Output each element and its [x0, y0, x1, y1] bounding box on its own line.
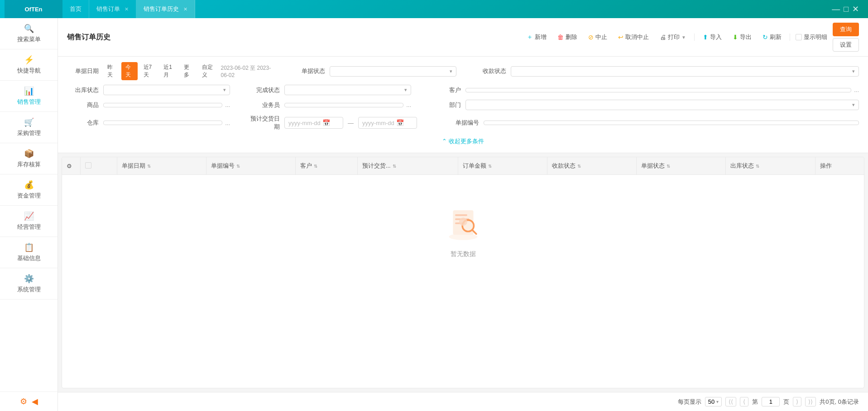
delivery-date-start[interactable]: yyyy-mm-dd 📅: [284, 117, 343, 129]
th-number-sort-icon: ⇅: [236, 164, 240, 169]
th-amount-sort[interactable]: 订单金额 ⇅: [463, 162, 542, 170]
goods-input[interactable]: [103, 103, 222, 107]
doc-number-input[interactable]: [484, 121, 859, 125]
th-number-sort[interactable]: 单据编号 ⇅: [211, 162, 291, 170]
th-payment-sort[interactable]: 收款状态 ⇅: [552, 162, 632, 170]
query-button[interactable]: 查询: [833, 23, 859, 36]
refresh-button[interactable]: ↻ 刷新: [760, 31, 784, 43]
th-checkbox-col: [80, 157, 117, 175]
status-select[interactable]: ▾: [330, 66, 456, 77]
first-page-button[interactable]: ⟨⟨: [725, 397, 736, 406]
cancel-stop-button[interactable]: ↩ 取消中止: [615, 31, 652, 43]
maximize-icon[interactable]: □: [844, 5, 849, 14]
th-out-status: 出库状态 ⇅: [726, 157, 815, 175]
sidebar-item-basic[interactable]: 📋 基础信息: [0, 237, 58, 268]
delete-button[interactable]: 🗑 删除: [555, 31, 580, 43]
date-btn-custom[interactable]: 自定义: [198, 62, 218, 80]
th-doc-status-label: 单据状态: [641, 162, 665, 170]
top-tab-bar: OfTEn 首页 销售订单 ✕ 销售订单历史 ✕ — □ ✕: [0, 0, 868, 18]
new-button[interactable]: ＋ 新增: [524, 31, 549, 43]
tab-sales-order-history[interactable]: 销售订单历史 ✕: [136, 0, 195, 18]
th-number-label: 单据编号: [211, 162, 235, 170]
setting-button[interactable]: 设置: [833, 38, 859, 52]
date-btn-today[interactable]: 今天: [121, 62, 138, 80]
content-area: 销售订单历史 ＋ 新增 🗑 删除 ⊘ 中止 ↩: [58, 18, 868, 411]
status-filter-control: ▾: [330, 66, 456, 77]
search-menu-icon: 🔍: [24, 24, 34, 34]
minimize-icon[interactable]: —: [832, 5, 840, 14]
sidebar-item-purchase-label: 采购管理: [17, 129, 41, 137]
sidebar-item-quick-nav[interactable]: ⚡ 快捷导航: [0, 49, 58, 81]
th-out-status-sort[interactable]: 出库状态 ⇅: [730, 162, 810, 170]
warehouse-dots[interactable]: ...: [225, 120, 230, 126]
export-button[interactable]: ⬇ 导出: [730, 31, 754, 43]
stop-button[interactable]: ⊘ 中止: [585, 31, 610, 43]
date-btn-yesterday[interactable]: 昨天: [103, 62, 120, 80]
th-customer-sort[interactable]: 客户 ⇅: [300, 162, 353, 170]
tab-home[interactable]: 首页: [62, 0, 89, 18]
date-btn-1month[interactable]: 近1月: [159, 62, 178, 80]
out-stock-chevron-icon: ▾: [223, 87, 226, 93]
toolbar-sep1: [694, 34, 695, 41]
th-delivery-sort[interactable]: 预计交货... ⇅: [362, 162, 453, 170]
customer-input[interactable]: [465, 88, 851, 92]
refresh-icon: ↻: [762, 34, 768, 41]
delivery-date-end[interactable]: yyyy-mm-dd 📅: [358, 117, 417, 129]
collapse-label: 收起更多条件: [449, 138, 484, 145]
sidebar-item-sales[interactable]: 📊 销售管理: [0, 81, 58, 112]
tab-sales-order-close[interactable]: ✕: [125, 6, 129, 12]
sidebar-item-operation[interactable]: 📈 经营管理: [0, 206, 58, 237]
sidebar-item-purchase[interactable]: 🛒 采购管理: [0, 112, 58, 143]
th-customer: 客户 ⇅: [295, 157, 357, 175]
delivery-date-label: 预计交货日期: [248, 115, 284, 131]
cancel-stop-label: 取消中止: [625, 33, 649, 41]
stop-icon: ⊘: [588, 34, 594, 41]
show-detail-toggle[interactable]: 显示明细: [796, 33, 827, 41]
date-btn-more[interactable]: 更多: [180, 62, 196, 80]
show-detail-checkbox[interactable]: [796, 34, 802, 40]
sidebar-item-finance[interactable]: 💰 资金管理: [0, 174, 58, 206]
toolbar: ＋ 新增 🗑 删除 ⊘ 中止 ↩ 取消中止: [524, 23, 859, 52]
payment-select[interactable]: ▾: [511, 66, 859, 77]
page-size-select[interactable]: 50 ▾: [705, 397, 722, 406]
warehouse-input[interactable]: [103, 121, 222, 125]
next-page-button[interactable]: ⟩: [793, 397, 801, 406]
select-all-checkbox[interactable]: [85, 162, 91, 169]
date-btn-7days[interactable]: 近7天: [139, 62, 158, 80]
prev-page-button[interactable]: ⟨: [740, 397, 748, 406]
dept-select[interactable]: ▾: [465, 100, 859, 110]
goods-label: 商品: [67, 101, 103, 109]
close-icon[interactable]: ✕: [852, 4, 859, 14]
dept-label: 部门: [429, 101, 465, 109]
import-button[interactable]: ⬆ 导入: [700, 31, 724, 43]
out-stock-label: 出库状态: [67, 86, 103, 94]
page-number-input[interactable]: [762, 397, 780, 406]
th-payment-status: 收款状态 ⇅: [547, 157, 637, 175]
out-stock-select[interactable]: ▾: [103, 85, 230, 95]
export-label: 导出: [740, 33, 752, 41]
th-doc-status-sort[interactable]: 单据状态 ⇅: [641, 162, 721, 170]
complete-select[interactable]: ▾: [284, 85, 411, 95]
brand-logo: OfTEn: [5, 0, 62, 18]
collapse-button[interactable]: ⌃ 收起更多条件: [67, 135, 859, 147]
goods-dots[interactable]: ...: [225, 102, 230, 108]
print-button[interactable]: 🖨 打印 ▼: [657, 31, 689, 43]
tab-sales-order-history-close[interactable]: ✕: [183, 6, 187, 12]
column-settings-icon[interactable]: ⚙: [67, 163, 72, 169]
settings-bottom-icon[interactable]: ⚙: [20, 396, 27, 406]
collapse-sidebar-icon[interactable]: ◀: [32, 396, 38, 406]
sidebar-item-inventory[interactable]: 📦 库存核算: [0, 143, 58, 174]
salesman-dots[interactable]: ...: [406, 102, 411, 108]
tab-sales-order[interactable]: 销售订单 ✕: [89, 0, 136, 18]
th-date-sort[interactable]: 单据日期 ⇅: [122, 162, 201, 170]
th-customer-sort-icon: ⇅: [314, 164, 317, 169]
quick-nav-icon: ⚡: [24, 55, 34, 65]
sidebar-item-search-menu[interactable]: 🔍 搜索菜单: [0, 18, 58, 49]
empty-text: 暂无数据: [451, 250, 476, 258]
dept-filter-control: ▾: [465, 100, 859, 110]
last-page-button[interactable]: ⟩⟩: [805, 397, 816, 406]
salesman-input[interactable]: [284, 103, 403, 107]
basic-icon: 📋: [24, 242, 34, 252]
sidebar-item-system[interactable]: ⚙️ 系统管理: [0, 268, 58, 300]
customer-dots[interactable]: ...: [854, 87, 859, 93]
